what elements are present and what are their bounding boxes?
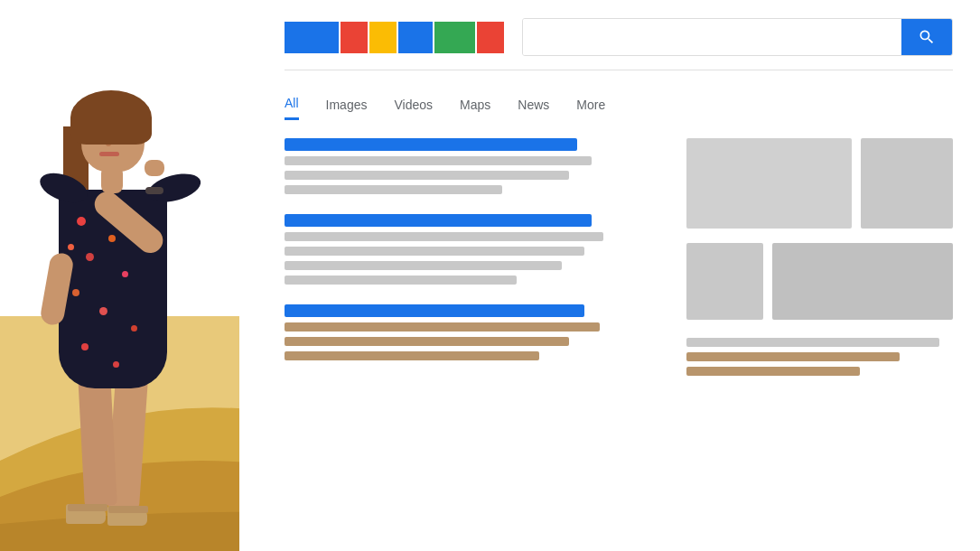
header	[285, 18, 953, 70]
woman-hair	[70, 90, 152, 145]
sidebar-image-large[interactable]	[686, 138, 852, 229]
result-line-3-2	[285, 337, 569, 346]
tab-images[interactable]: Images	[326, 90, 368, 119]
tab-all[interactable]: All	[285, 89, 299, 120]
result-item-3	[285, 304, 659, 360]
logo-block-green	[434, 22, 475, 53]
results-area	[285, 138, 953, 376]
result-line-3-1	[285, 322, 600, 332]
woman-leg-left	[78, 374, 117, 507]
result-title-1[interactable]	[285, 138, 577, 151]
results-left	[285, 138, 659, 376]
result-title-2[interactable]	[285, 214, 592, 227]
woman-sandal-strap-r	[108, 506, 148, 513]
result-line-1-1	[285, 156, 592, 165]
result-item-2	[285, 214, 659, 285]
result-item-1	[285, 138, 659, 194]
logo-block-yellow	[369, 22, 397, 53]
result-line-3-3	[285, 351, 539, 360]
sidebar-text-lines	[686, 338, 953, 376]
logo-block-blue	[285, 22, 339, 53]
logo	[285, 22, 504, 53]
result-line-2-4	[285, 276, 517, 285]
result-line-1-2	[285, 171, 569, 180]
woman-bracelet	[145, 187, 163, 194]
sidebar-line-1	[686, 338, 939, 347]
search-input[interactable]	[523, 19, 901, 55]
result-line-2-3	[285, 261, 562, 270]
sidebar-top-images	[686, 138, 953, 229]
result-line-1-3	[285, 185, 502, 194]
result-title-3[interactable]	[285, 304, 584, 317]
tab-more[interactable]: More	[576, 90, 605, 119]
tab-news[interactable]: News	[518, 90, 549, 119]
sidebar-line-2	[686, 352, 900, 361]
sidebar-line-3	[686, 367, 860, 376]
results-right	[686, 138, 953, 376]
woman-figure-container	[14, 27, 226, 551]
sidebar-bottom-images	[686, 243, 953, 320]
result-line-2-2	[285, 247, 584, 256]
sidebar-image-sq2[interactable]	[772, 243, 953, 320]
nav-tabs: All Images Videos Maps News More	[285, 89, 953, 120]
woman-hand-raised	[145, 160, 164, 176]
search-panel: All Images Videos Maps News More	[239, 0, 980, 551]
sidebar-image-sq1[interactable]	[686, 243, 763, 320]
result-line-2-1	[285, 232, 603, 241]
logo-block-red2	[477, 22, 504, 53]
logo-block-blue2	[398, 22, 433, 53]
woman-sandal-strap-l	[68, 504, 107, 511]
sidebar-image-small[interactable]	[861, 138, 953, 229]
search-icon	[918, 28, 936, 46]
search-button[interactable]	[901, 19, 952, 55]
tab-videos[interactable]: Videos	[394, 90, 433, 119]
tab-maps[interactable]: Maps	[460, 90, 490, 119]
logo-block-red	[341, 22, 368, 53]
search-bar	[522, 18, 953, 56]
